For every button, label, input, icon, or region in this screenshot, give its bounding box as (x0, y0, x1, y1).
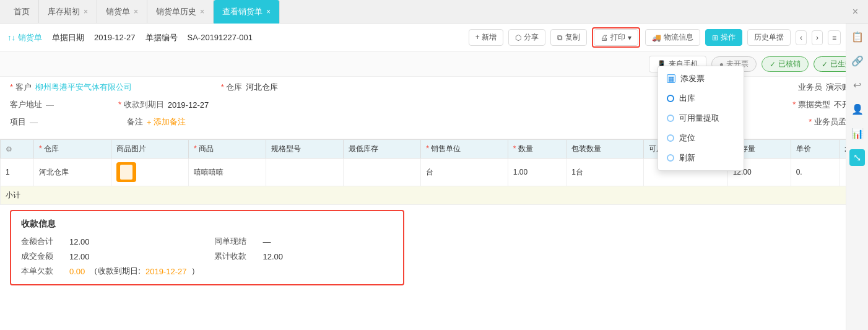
share-icon: ⬡ (515, 33, 521, 42)
new-button-label: + 新增 (475, 32, 497, 43)
add-invoice-label: 添发票 (680, 73, 705, 84)
project-label: 项目 (10, 116, 26, 128)
print-dropdown-icon: ▾ (628, 33, 631, 42)
note-field: 备注 + 添加备注 (127, 116, 186, 128)
next-button[interactable]: › (812, 30, 823, 45)
row-num: 1 (1, 158, 34, 186)
row-qty: 1.00 (508, 158, 566, 186)
owed-date: 2019-12-27 (145, 267, 187, 276)
right-sidebar: 📋 🔗 ↩ 👤 📊 ⤡ (846, 24, 868, 330)
payment-date-label: 收款到期日 (118, 99, 164, 110)
owed-value: 0.00 (69, 267, 85, 276)
close-sales-history-icon[interactable]: × (200, 7, 204, 16)
operation-dropdown: ▦ 添发票 出库 可用量提取 定位 刷新 (658, 66, 744, 171)
tab-home[interactable]: 首页 (5, 0, 39, 24)
doc-header: ↑↓ 销货单 单据日期 2019-12-27 单据编号 SA-20191227-… (0, 24, 868, 52)
col-spec: 规格型号 (266, 140, 344, 158)
warehouse-field: 仓库 河北仓库 (221, 82, 279, 93)
history-button[interactable]: 历史单据 (747, 29, 791, 46)
tab-inventory[interactable]: 库存期初 × (39, 0, 97, 24)
sidebar-return-icon[interactable]: ↩ (851, 77, 864, 93)
close-inventory-icon[interactable]: × (84, 7, 88, 16)
sidebar-chart-icon[interactable]: 📊 (849, 125, 866, 142)
check-icon: ✓ (770, 60, 776, 69)
col-min-stock: 最低库存 (344, 140, 421, 158)
checked-button[interactable]: ✓ 已核销 (762, 56, 809, 72)
list-view-button[interactable]: ≡ (828, 30, 841, 45)
payment-date-field: 收款到期日 2019-12-27 (118, 99, 209, 110)
sidebar-user-icon[interactable]: 👤 (849, 101, 866, 118)
doc-date-label: 单据日期 (52, 32, 84, 43)
doc-number-label: 单据编号 (145, 32, 178, 43)
list-view-icon: ≡ (832, 33, 836, 42)
col-image: 商品图片 (111, 140, 188, 158)
payment-box: 收款信息 金额合计 12.00 同单现结 — 成交金额 12.00 累计收款 1… (10, 210, 404, 285)
gear-icon[interactable]: ⚙ (6, 145, 12, 154)
logistics-button-label: 物流信息 (664, 32, 693, 43)
transaction-label: 成交金额 (21, 251, 64, 262)
doc-type-label: 销货单 (18, 32, 42, 43)
close-view-sales-icon[interactable]: × (266, 7, 271, 16)
toolbar: + 新增 ⬡ 分享 ⧉ 复制 🖨 打印 ▾ 🚚 物流信息 (469, 27, 861, 48)
doc-meta: 单据日期 2019-12-27 单据编号 SA-20191227-001 (52, 32, 253, 43)
share-button[interactable]: ⬡ 分享 (508, 29, 545, 46)
checked-label: 已核销 (778, 59, 801, 69)
add-note-button[interactable]: + 添加备注 (147, 116, 186, 128)
payment-grid: 金额合计 12.00 同单现结 — 成交金额 12.00 累计收款 12.00 … (21, 236, 393, 277)
available-qty-label: 可用量提取 (679, 113, 719, 124)
doc-type-tag: ↑↓ 销货单 (7, 32, 42, 43)
out-stock-icon (667, 95, 674, 102)
locate-item[interactable]: 定位 (658, 128, 744, 148)
next-icon: › (816, 33, 818, 42)
ticket-type-label: 票据类型 (792, 99, 830, 110)
prev-button[interactable]: ‹ (796, 30, 807, 45)
refresh-icon (667, 154, 674, 162)
refresh-label: 刷新 (679, 152, 695, 163)
col-unit: * 销售单位 (421, 140, 508, 158)
address-field: 客户地址 — (10, 99, 54, 110)
print-button[interactable]: 🖨 打印 ▾ (594, 29, 638, 46)
payment-info-section: 收款信息 金额合计 12.00 同单现结 — 成交金额 12.00 累计收款 1… (0, 205, 868, 290)
total-amount-row: 金额合计 12.00 (21, 236, 199, 247)
col-gear: ⚙ (1, 140, 34, 158)
customer-label: 客户 (10, 82, 32, 93)
customer-value[interactable]: 柳州粤港平安气体有限公司 (35, 82, 132, 93)
tab-sales-label: 销货单 (106, 6, 130, 17)
add-note-label: 添加备注 (154, 116, 186, 128)
copy-button[interactable]: ⧉ 复制 (550, 29, 587, 46)
effective-icon: ✓ (822, 60, 828, 69)
sidebar-expand-icon[interactable]: ⤡ (849, 149, 865, 166)
sidebar-clipboard-icon[interactable]: 📋 (849, 28, 866, 45)
owed-note: （收款到期日: (90, 266, 141, 277)
staff2-label: 业务员孟 (809, 116, 846, 128)
warehouse-value: 河北仓库 (246, 82, 278, 93)
tab-sales[interactable]: 销货单 × (97, 0, 147, 24)
out-stock-item[interactable]: 出库 (658, 89, 744, 108)
new-button[interactable]: + 新增 (469, 29, 503, 46)
tab-inventory-label: 库存期初 (48, 6, 80, 17)
tab-bar-right: × (848, 6, 863, 17)
row-product: 嘻嘻嘻嘻 (189, 158, 266, 186)
refresh-item[interactable]: 刷新 (658, 148, 744, 168)
add-invoice-item[interactable]: ▦ 添发票 (658, 69, 744, 89)
cumulative-value: 12.00 (263, 252, 283, 261)
sidebar-link-icon[interactable]: 🔗 (849, 53, 866, 69)
logistics-button[interactable]: 🚚 物流信息 (645, 29, 700, 46)
tab-sales-history[interactable]: 销货单历史 × (147, 0, 214, 24)
transaction-row: 成交金额 12.00 (21, 251, 199, 262)
total-amount-value: 12.00 (69, 237, 90, 246)
project-field: 项目 — (10, 116, 38, 128)
doc-number-value: SA-20191227-001 (188, 33, 253, 42)
out-stock-label: 出库 (679, 93, 695, 104)
add-note-icon: + (147, 118, 152, 127)
subtotal-label: 小计 (1, 186, 868, 205)
available-qty-item[interactable]: 可用量提取 (658, 108, 744, 128)
tab-view-sales[interactable]: 查看销货单 × (214, 0, 280, 24)
locate-label: 定位 (679, 132, 695, 144)
window-close-button[interactable]: × (848, 4, 863, 19)
address-label: 客户地址 (10, 99, 42, 110)
operate-button[interactable]: ⊞ 操作 (705, 29, 742, 46)
col-price: 单价 (791, 140, 840, 158)
address-value: — (46, 100, 54, 110)
close-sales-icon[interactable]: × (134, 7, 138, 16)
